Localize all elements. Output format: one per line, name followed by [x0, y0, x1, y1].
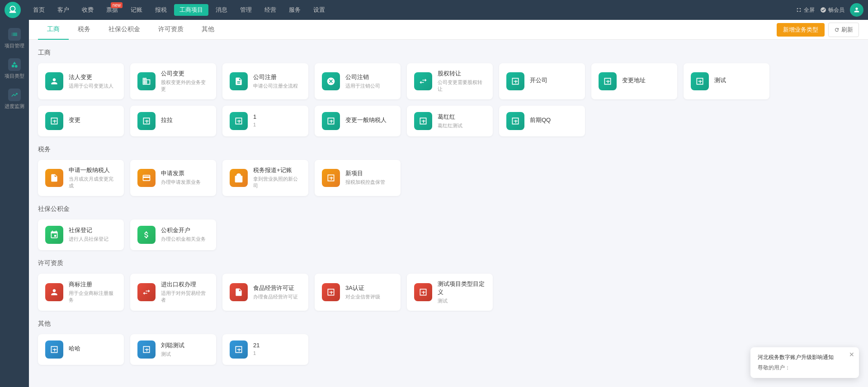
section-social-insurance: 社保公积金 社保登记 进行人员社保登记 公积金开户 — [38, 205, 859, 250]
card-text-change-general-taxpayer: 变更一般纳税人 — [345, 116, 387, 126]
card-one[interactable]: 1 1 — [222, 106, 308, 136]
refresh-button[interactable]: 刷新 — [828, 23, 859, 37]
card-social-insurance-register[interactable]: 社保登记 进行人员社保登记 — [38, 219, 124, 250]
card-text-provident-fund: 公积金开户 办理公积金相关业务 — [161, 226, 206, 242]
card-icon-trademark — [45, 283, 63, 301]
card-icon-gehonghong — [414, 112, 432, 130]
nav-home[interactable]: 首页 — [28, 4, 50, 16]
nav-industry[interactable]: 工商项目 — [174, 4, 208, 16]
card-icon-change-address — [599, 72, 617, 90]
notification-close-button[interactable]: ✕ — [849, 351, 854, 358]
card-test-type-def[interactable]: 测试项目类型目定义 测试 — [407, 274, 493, 311]
nav-tax[interactable]: 报税 — [150, 4, 172, 16]
nav-settings[interactable]: 设置 — [308, 4, 330, 16]
nav-ticket[interactable]: 票据 new — [101, 4, 123, 16]
card-lala[interactable]: 拉拉 — [130, 106, 216, 136]
card-21[interactable]: 21 1 — [222, 334, 308, 365]
fullscreen-button[interactable]: 全屏 — [796, 6, 815, 14]
industry-cards-grid: 法人变更 适用于公司变更法人 公司变更 股权变更外的业务变更 — [38, 63, 859, 136]
card-company-change[interactable]: 公司变更 股权变更外的业务变更 — [130, 63, 216, 99]
card-import-export[interactable]: 进出口权办理 适用于对外贸易经营者 — [130, 274, 216, 311]
card-text-test-type-def: 测试项目类型目定义 测试 — [438, 280, 486, 304]
card-legal-change[interactable]: 法人变更 适用于公司变更法人 — [38, 63, 124, 99]
card-apply-general-taxpayer[interactable]: 申请一般纳税人 当月或次月成变更完成 — [38, 160, 124, 196]
card-trademark[interactable]: 商标注册 用于企业商标注册服务 — [38, 274, 124, 311]
tab-tax[interactable]: 税务 — [69, 20, 99, 40]
card-text-21: 21 1 — [253, 342, 259, 357]
content-area: 工商 法人变更 适用于公司变更法人 公司变更 — [29, 40, 868, 383]
card-icon-new-project — [322, 169, 340, 187]
card-icon-company-register — [230, 72, 248, 90]
card-text-company-cancel: 公司注销 适用于注销公司 — [345, 73, 380, 89]
card-change-general-taxpayer[interactable]: 变更一般纳税人 — [315, 106, 401, 136]
section-industry-title: 工商 — [38, 49, 859, 57]
card-icon-equity-transfer — [414, 72, 432, 90]
sidebar: 项目管理 项目类型 进度监测 — [0, 20, 29, 387]
section-industry: 工商 法人变更 适用于公司变更法人 公司变更 — [38, 49, 859, 136]
card-open-company[interactable]: 开公司 — [499, 63, 585, 99]
nav-customer[interactable]: 客户 — [52, 4, 75, 16]
nav-service[interactable]: 服务 — [283, 4, 306, 16]
card-icon-3a-cert — [322, 283, 340, 301]
section-other-title: 其他 — [38, 320, 859, 328]
nav-bookkeeping[interactable]: 记账 — [125, 4, 148, 16]
nav-business[interactable]: 经营 — [259, 4, 282, 16]
card-provident-fund[interactable]: 公积金开户 办理公积金相关业务 — [130, 219, 216, 250]
logo[interactable] — [5, 2, 21, 18]
card-text-company-register: 公司注册 申请公司注册全流程 — [253, 73, 298, 89]
nav-message[interactable]: 消息 — [210, 4, 233, 16]
card-icon-apply-general-taxpayer — [45, 169, 63, 187]
nav-manage[interactable]: 管理 — [235, 4, 257, 16]
card-text-test: 测试 — [714, 76, 726, 86]
section-tax-title: 税务 — [38, 145, 859, 154]
card-food-license[interactable]: 食品经营许可证 办理食品经营许可证 — [222, 274, 308, 311]
card-icon-social-insurance-register — [45, 226, 63, 244]
section-social-insurance-title: 社保公积金 — [38, 205, 859, 213]
card-tax-bookkeeping[interactable]: 税务报道+记账 拿到营业执照的新公司 — [222, 160, 308, 196]
card-haha[interactable]: 哈哈 — [38, 334, 124, 365]
progress-monitor-icon — [8, 89, 21, 101]
card-change2[interactable]: 变更 — [38, 106, 124, 136]
card-text-3a-cert: 3A认证 对企业信誉评级 — [345, 284, 380, 300]
card-icon-tax-bookkeeping — [230, 169, 248, 187]
sidebar-item-progress-monitor[interactable]: 进度监测 — [0, 85, 29, 113]
card-company-cancel[interactable]: 公司注销 适用于注销公司 — [315, 63, 401, 99]
svg-rect-1 — [12, 65, 14, 67]
notification-title: 河北税务数字账户升级影响通知 — [758, 354, 852, 361]
card-test[interactable]: 测试 — [684, 63, 769, 99]
nav-fee[interactable]: 收费 — [76, 4, 99, 16]
license-cards-grid: 商标注册 用于企业商标注册服务 进出口权办理 适用于对外贸易经营者 — [38, 274, 859, 311]
card-change-address[interactable]: 变更地址 — [591, 63, 677, 99]
card-qianqi-qq[interactable]: 前期QQ — [499, 106, 585, 136]
card-gehonghong[interactable]: 葛红红 葛红红测试 — [407, 106, 493, 136]
tab-other[interactable]: 其他 — [193, 20, 223, 40]
tab-license[interactable]: 许可资质 — [149, 20, 193, 40]
card-icon-21 — [230, 340, 248, 359]
avatar[interactable] — [850, 3, 863, 17]
sidebar-item-project-type[interactable]: 项目类型 — [0, 55, 29, 83]
card-icon-company-change — [137, 72, 156, 90]
card-icon-import-export — [137, 283, 156, 301]
card-icon-apply-invoice — [137, 169, 156, 187]
new-business-type-button[interactable]: 新增业务类型 — [777, 23, 825, 37]
card-icon-qianqi-qq — [506, 112, 524, 130]
member-button[interactable]: 畅会员 — [820, 6, 844, 14]
card-new-project[interactable]: 新项目 报税加税控盘保管 — [315, 160, 401, 196]
sidebar-item-project-management[interactable]: 项目管理 — [0, 24, 29, 53]
card-icon-open-company — [506, 72, 524, 90]
tab-industry[interactable]: 工商 — [38, 20, 69, 40]
card-text-open-company: 开公司 — [530, 76, 547, 86]
card-company-register[interactable]: 公司注册 申请公司注册全流程 — [222, 63, 308, 99]
section-other: 其他 哈哈 刘聪测试 测 — [38, 320, 859, 365]
card-liucong-test[interactable]: 刘聪测试 测试 — [130, 334, 216, 365]
card-text-change2: 变更 — [69, 116, 80, 126]
card-apply-invoice[interactable]: 申请发票 办理申请发票业务 — [130, 160, 216, 196]
tab-social-insurance[interactable]: 社保公积金 — [99, 20, 149, 40]
notification-content: 尊敬的用户： — [758, 364, 852, 372]
social-insurance-cards-grid: 社保登记 进行人员社保登记 公积金开户 办理公积金相关业务 — [38, 219, 859, 250]
card-3a-cert[interactable]: 3A认证 对企业信誉评级 — [315, 274, 401, 311]
card-equity-transfer[interactable]: 股权转让 公司变更需要股权转让 — [407, 63, 493, 99]
card-text-lala: 拉拉 — [161, 116, 173, 126]
card-text-change-address: 变更地址 — [622, 76, 646, 86]
main-wrapper: 工商 税务 社保公积金 许可资质 其他 新增业务类型 刷新 工商 法人 — [29, 20, 868, 387]
